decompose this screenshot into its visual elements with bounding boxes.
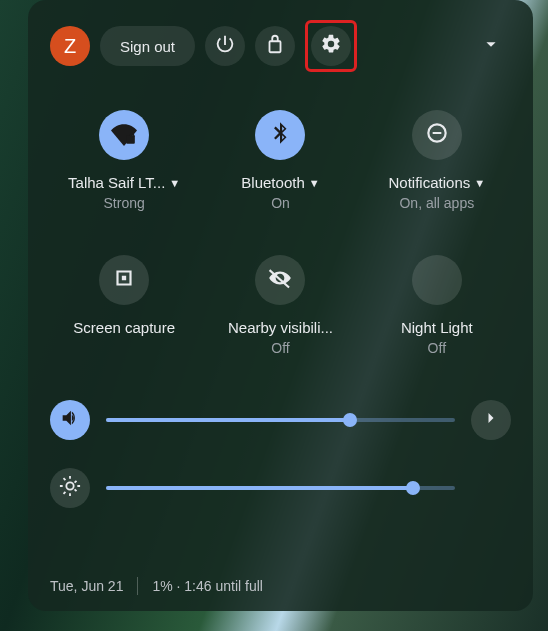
brightness-icon bbox=[59, 475, 81, 501]
power-icon bbox=[214, 33, 236, 59]
lock-button[interactable] bbox=[255, 26, 295, 66]
volume-fill bbox=[106, 418, 350, 422]
tile-night-light-sub: Off bbox=[428, 340, 446, 356]
chevron-down-icon: ▼ bbox=[309, 177, 320, 189]
quick-settings-panel: Z Sign out bbox=[28, 0, 533, 611]
settings-highlight bbox=[305, 20, 357, 72]
visibility-off-icon bbox=[267, 265, 293, 295]
tile-bluetooth-label[interactable]: Bluetooth▼ bbox=[241, 174, 319, 191]
tile-notifications: Notifications▼ On, all apps bbox=[363, 110, 511, 211]
signout-label: Sign out bbox=[120, 38, 175, 55]
avatar-letter: Z bbox=[64, 35, 76, 58]
tile-night-light-button[interactable] bbox=[412, 255, 462, 305]
power-button[interactable] bbox=[205, 26, 245, 66]
chevron-down-icon: ▼ bbox=[474, 177, 485, 189]
volume-row bbox=[50, 400, 511, 440]
tile-night-light-label: Night Light bbox=[401, 319, 473, 336]
volume-slider[interactable] bbox=[106, 418, 455, 422]
screen-capture-icon bbox=[111, 265, 137, 295]
wifi-icon bbox=[111, 120, 137, 150]
chevron-right-icon bbox=[481, 408, 501, 432]
brightness-thumb[interactable] bbox=[406, 481, 420, 495]
audio-settings-button[interactable] bbox=[471, 400, 511, 440]
brightness-fill bbox=[106, 486, 413, 490]
signout-button[interactable]: Sign out bbox=[100, 26, 195, 66]
tile-screen-capture: Screen capture bbox=[50, 255, 198, 356]
lock-icon bbox=[264, 33, 286, 59]
tile-wifi-label[interactable]: Talha Saif LT...▼ bbox=[68, 174, 180, 191]
tile-wifi-button[interactable] bbox=[99, 110, 149, 160]
tile-nearby-button[interactable] bbox=[255, 255, 305, 305]
brightness-slider[interactable] bbox=[106, 486, 455, 490]
tile-nearby: Nearby visibili... Off bbox=[206, 255, 354, 356]
brightness-button[interactable] bbox=[50, 468, 90, 508]
tile-nearby-label: Nearby visibili... bbox=[228, 319, 333, 336]
footer-divider bbox=[137, 577, 138, 595]
header-row: Z Sign out bbox=[50, 20, 511, 72]
svg-rect-0 bbox=[126, 135, 135, 144]
volume-button[interactable] bbox=[50, 400, 90, 440]
tile-bluetooth-button[interactable] bbox=[255, 110, 305, 160]
avatar[interactable]: Z bbox=[50, 26, 90, 66]
tile-notifications-label[interactable]: Notifications▼ bbox=[389, 174, 486, 191]
footer: Tue, Jun 21 1% · 1:46 until full bbox=[50, 561, 511, 595]
footer-battery: 1% · 1:46 until full bbox=[152, 578, 263, 594]
tile-notifications-button[interactable] bbox=[412, 110, 462, 160]
volume-icon bbox=[59, 407, 81, 433]
tile-screen-capture-label: Screen capture bbox=[73, 319, 175, 336]
tile-screen-capture-button[interactable] bbox=[99, 255, 149, 305]
tile-bluetooth: Bluetooth▼ On bbox=[206, 110, 354, 211]
footer-date: Tue, Jun 21 bbox=[50, 578, 123, 594]
tile-nearby-sub: Off bbox=[271, 340, 289, 356]
night-light-icon bbox=[424, 265, 450, 295]
volume-thumb[interactable] bbox=[343, 413, 357, 427]
settings-button[interactable] bbox=[311, 26, 351, 66]
brightness-row bbox=[50, 468, 511, 508]
tile-notifications-sub: On, all apps bbox=[399, 195, 474, 211]
tiles-grid: Talha Saif LT...▼ Strong Bluetooth▼ On N… bbox=[50, 110, 511, 356]
chevron-down-icon bbox=[480, 33, 502, 59]
sliders bbox=[50, 400, 511, 508]
tile-wifi-sub: Strong bbox=[104, 195, 145, 211]
tile-bluetooth-sub: On bbox=[271, 195, 290, 211]
tile-wifi: Talha Saif LT...▼ Strong bbox=[50, 110, 198, 211]
gear-icon bbox=[320, 33, 342, 59]
chevron-down-icon: ▼ bbox=[169, 177, 180, 189]
dnd-icon bbox=[424, 120, 450, 150]
collapse-button[interactable] bbox=[471, 26, 511, 66]
tile-night-light: Night Light Off bbox=[363, 255, 511, 356]
bluetooth-icon bbox=[267, 120, 293, 150]
